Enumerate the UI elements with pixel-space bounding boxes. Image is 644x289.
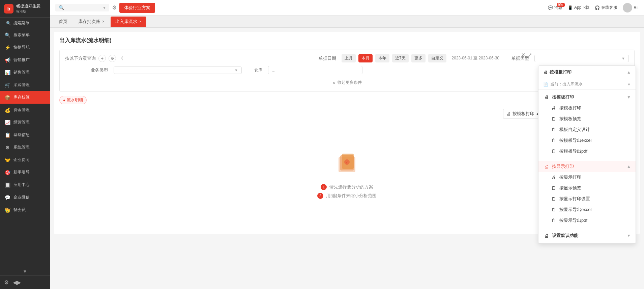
sidebar-item-sales[interactable]: 📊 销售管理 bbox=[0, 66, 50, 79]
finance-icon: 💰 bbox=[4, 107, 11, 113]
date-btn-本年[interactable]: 本年 bbox=[375, 54, 389, 62]
collapse-icon[interactable]: ◀▶ bbox=[13, 279, 21, 286]
date-btn-上月[interactable]: 上月 bbox=[342, 54, 356, 62]
panel-item-display-export-pdf[interactable]: 🗒 按显示导出pdf bbox=[538, 215, 636, 226]
panel-item-display-print-settings[interactable]: 🗒 按显示打印设置 bbox=[538, 193, 636, 204]
print-dropdown-trigger[interactable]: 🖨 按模板打印 ▲ bbox=[503, 109, 543, 119]
wechat-icon: 💬 bbox=[4, 195, 11, 200]
panel-item-template-export-excel[interactable]: 🗒 按模板导出excel bbox=[538, 135, 636, 146]
filter-collapse-button[interactable]: 《 bbox=[119, 55, 123, 61]
sidebar-item-marketing[interactable]: 📢 营销推广 bbox=[0, 54, 50, 66]
sidebar-search[interactable]: 🔍 搜索菜单 bbox=[0, 18, 50, 29]
date-btn-更多[interactable]: 更多 bbox=[411, 54, 426, 62]
dropdown-title: 🖨 按模板打印 bbox=[543, 69, 572, 75]
panel-item-display-export-excel[interactable]: 🗒 按显示导出excel bbox=[538, 204, 636, 215]
expand-panel-icon[interactable]: ⤢ bbox=[528, 52, 532, 57]
message-button[interactable]: 💬 消息 99+ bbox=[548, 5, 562, 10]
sidebar-item-quicknav[interactable]: ⚡ 快捷导航 bbox=[0, 41, 50, 54]
print-header-icon: 🖨 bbox=[543, 70, 548, 75]
date-btn-自定义[interactable]: 自定义 bbox=[428, 54, 446, 62]
sidebar-nav: 🔍 搜索菜单 ⚡ 快捷导航 📢 营销推广 📊 销售管理 🛒 采购管理 📦 库存核… bbox=[0, 29, 50, 267]
sidebar-item-wechat[interactable]: 💬 企业微信 bbox=[0, 191, 50, 204]
tab-label-batch: 库存批次账 bbox=[78, 19, 100, 25]
enterprise-icon: 🤝 bbox=[4, 157, 11, 163]
template-export-excel-icon: 🗒 bbox=[551, 138, 557, 143]
template-export-pdf-icon: 🗒 bbox=[551, 149, 557, 154]
sidebar-item-basicinfo[interactable]: 📋 基础信息 bbox=[0, 129, 50, 141]
topbar-search-input[interactable] bbox=[65, 5, 103, 10]
quicknav-icon: ⚡ bbox=[4, 45, 11, 50]
date-btn-本月[interactable]: 本月 bbox=[358, 54, 373, 62]
tab-flowrecord[interactable]: 出入库流水× bbox=[111, 17, 146, 27]
svg-text:?: ? bbox=[346, 160, 348, 164]
business-type-select[interactable]: ▼ bbox=[114, 67, 242, 74]
panel-item-display-preview[interactable]: 🗒 按显示预览 bbox=[538, 183, 636, 193]
section-item-default-settings[interactable]: 🖨 设置默认功能 ▼ bbox=[538, 230, 636, 241]
dropdown-panel-header: 🖨 按模板打印 ▲ bbox=[538, 66, 636, 79]
sales-icon: 📊 bbox=[4, 70, 11, 75]
tab-close-flowrecord[interactable]: × bbox=[139, 19, 142, 24]
section-display-print-group: 🖨 按显示打印 ▲ 🖨 按显示打印 🗒 按显示预览 🗒 按显示打印设置 🗒 按显… bbox=[538, 159, 636, 228]
type-select[interactable]: ▼ bbox=[534, 55, 629, 62]
section-item-template-print-group[interactable]: 🖨 按模板打印 ▼ bbox=[538, 92, 636, 103]
marketing-icon: 📢 bbox=[4, 57, 11, 63]
topbar-search-box[interactable]: 🔍 ▼ bbox=[55, 4, 109, 11]
panel-item-template-preview[interactable]: 🗒 按模板预览 bbox=[538, 113, 636, 124]
filter-add-button[interactable]: + bbox=[98, 55, 106, 62]
appcenter-icon: 🔲 bbox=[4, 182, 11, 188]
page-container: 出入库流水(流水明细) 按以下方案查询 + ⚙ 《 单据日期 上 bbox=[54, 32, 640, 234]
tab-home[interactable]: 首页 bbox=[54, 17, 72, 27]
tag-icon: ● bbox=[63, 98, 65, 103]
industry-solution-button[interactable]: 体验行业方案 bbox=[119, 3, 155, 13]
panel-collapse-arrow[interactable]: ▲ bbox=[627, 70, 631, 75]
sidebar-item-inventory[interactable]: 📦 库存核算 bbox=[0, 91, 50, 104]
sidebar-item-search[interactable]: 🔍 搜索菜单 bbox=[0, 29, 50, 41]
panel-item-template-export-pdf[interactable]: 🗒 按模板导出pdf bbox=[538, 146, 636, 157]
sidebar-item-vip[interactable]: 👑 畅会员 bbox=[0, 204, 50, 216]
date-range-display: 2023-06-01 至 2023-06-30 bbox=[452, 55, 499, 61]
app-logo: b 畅捷通好生意 标准版 bbox=[0, 0, 50, 18]
tag-item[interactable]: ● 流水明细 bbox=[59, 96, 87, 104]
section-default-settings: 🖨 设置默认功能 ▼ bbox=[538, 228, 636, 243]
current-arrow: ▼ bbox=[627, 82, 631, 86]
scroll-down-button[interactable]: ▼ bbox=[23, 269, 27, 274]
section-header-display-print-group[interactable]: 🖨 按显示打印 ▲ bbox=[538, 161, 636, 172]
sidebar-item-operations[interactable]: 📈 经营管理 bbox=[0, 116, 50, 129]
app-icon: 📱 bbox=[568, 5, 573, 10]
filter-row-1: 按以下方案查询 + ⚙ 《 单据日期 上月本月本年近7天更多自定义 2023-0… bbox=[65, 54, 629, 62]
sidebar-item-purchase[interactable]: 🛒 采购管理 bbox=[0, 79, 50, 91]
tab-batch[interactable]: 库存批次账× bbox=[74, 17, 109, 27]
customer-service-button[interactable]: 🎧 在线客服 bbox=[595, 5, 617, 10]
panel-item-display-print[interactable]: 🖨 按显示打印 bbox=[538, 172, 636, 183]
display-export-excel-icon: 🗒 bbox=[551, 207, 557, 212]
sidebar-item-finance[interactable]: 💰 资金管理 bbox=[0, 104, 50, 116]
sidebar-item-guide[interactable]: 🎯 新手引导 bbox=[0, 166, 50, 179]
date-btn-近7天[interactable]: 近7天 bbox=[392, 54, 409, 62]
topbar-left: 🔍 ▼ ⚙ 体验行业方案 bbox=[55, 3, 548, 13]
filter-settings-button[interactable]: ⚙ bbox=[109, 55, 116, 62]
panel-item-template-print[interactable]: 🖨 按模板打印 bbox=[538, 103, 636, 113]
sidebar-item-appcenter[interactable]: 🔲 应用中心 bbox=[0, 179, 50, 191]
panel-window-controls: ✕ ⤢ bbox=[521, 52, 532, 57]
date-label: 单据日期 bbox=[319, 55, 336, 61]
display-export-pdf-icon: 🗒 bbox=[551, 218, 557, 223]
sidebar-scroll-down[interactable]: ▼ bbox=[0, 267, 50, 275]
template-preview-icon: 🗒 bbox=[551, 116, 557, 122]
close-panel-icon[interactable]: ✕ bbox=[521, 52, 525, 57]
app-download-button[interactable]: 📱 App下载 bbox=[568, 5, 589, 10]
chevron-up-icon: ∧ bbox=[332, 80, 335, 85]
sidebar-item-system[interactable]: ⚙ 系统管理 bbox=[0, 141, 50, 154]
print-dropdown-panel: 🖨 按模板打印 ▲ 📄 当前：出入库流水 ▼ 🖨 按模板打印 ▼ 🖨 按模板打印… bbox=[538, 65, 636, 244]
gear-icon[interactable]: ⚙ bbox=[112, 4, 117, 11]
business-type-label: 业务类型 bbox=[91, 67, 108, 73]
date-filter-group: 上月本月本年近7天更多自定义 bbox=[342, 54, 446, 62]
user-avatar[interactable]: Rit bbox=[623, 3, 639, 12]
settings-icon[interactable]: ⚙ bbox=[4, 279, 9, 286]
tab-close-batch[interactable]: × bbox=[102, 19, 105, 24]
sidebar-item-enterprise[interactable]: 🤝 企业协同 bbox=[0, 154, 50, 166]
search-icon: 🔍 bbox=[4, 32, 11, 38]
chevron-down-icon: ▼ bbox=[234, 68, 238, 72]
panel-item-template-customize[interactable]: 🗒 模板自定义设计 bbox=[538, 124, 636, 135]
warehouse-select[interactable]: ... bbox=[268, 66, 362, 74]
inventory-icon: 📦 bbox=[4, 95, 11, 100]
